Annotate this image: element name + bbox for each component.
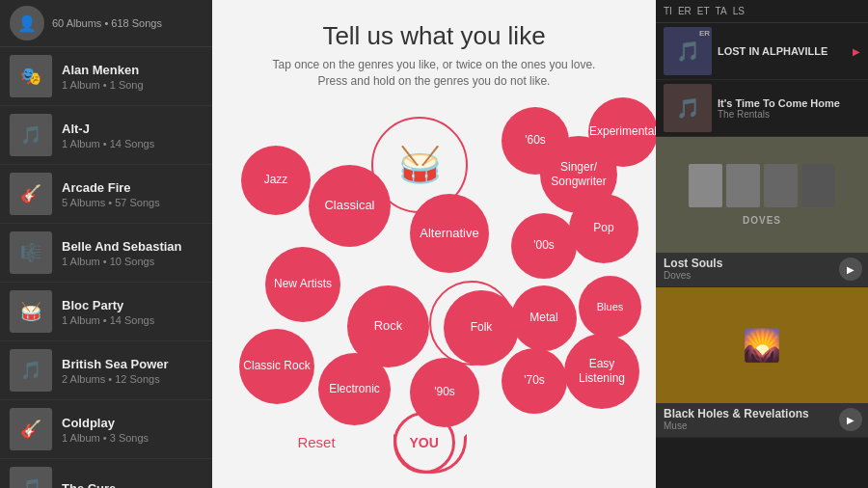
rp-large-info-doves: Lost Souls Doves <box>656 253 868 286</box>
sidebar-item-sub: 1 Album • 1 Song <box>62 79 203 91</box>
rp-item-doves[interactable]: DOVES Lost Souls Doves ▶ <box>656 137 868 287</box>
sidebar-thumb: 🎵 <box>10 349 52 392</box>
reset-button[interactable]: Reset <box>297 434 335 450</box>
modal-subtitle: Tap once on the genres you like, or twic… <box>270 57 598 90</box>
sidebar-thumb: 🎵 <box>10 467 52 488</box>
rp-play-muse[interactable]: ▶ <box>839 408 862 431</box>
avatar: 👤 <box>10 6 44 41</box>
bubble-metal[interactable]: Metal <box>511 285 577 351</box>
rp-sub-rentals: The Rentals <box>718 109 860 120</box>
sidebar-thumb: 🎸 <box>10 408 52 450</box>
bubble-70s[interactable]: '70s <box>502 348 567 414</box>
bubble-classical[interactable]: Classical <box>309 165 391 247</box>
rp-title-rentals: It's Time To Come Home <box>718 97 860 109</box>
rp-title-alphaville: LOST IN ALPHAVILLE <box>718 45 849 57</box>
sidebar-item-name: Arcade Fire <box>62 180 203 195</box>
sidebar-info: Alan Menken 1 Album • 1 Song <box>62 63 203 91</box>
sidebar-info: British Sea Power 2 Albums • 12 Songs <box>62 357 203 385</box>
rp-large-sub-doves: Doves <box>664 270 860 281</box>
bubble-00s[interactable]: '00s <box>511 213 577 279</box>
rp-header-abbr4: TA <box>716 6 727 16</box>
bubble-folk[interactable]: Folk <box>444 290 519 366</box>
rp-item-muse[interactable]: 🌄 Black Holes & Revelations Muse ▶ <box>656 287 868 438</box>
rp-text-alphaville: LOST IN ALPHAVILLE <box>718 45 849 57</box>
bubble-alternative[interactable]: Alternative <box>410 194 489 273</box>
right-panel: TI ER ET TA LS 🎵 ER LOST IN ALPHAVILLE ▶… <box>656 0 868 488</box>
sidebar: 👤 60 Albums • 618 Songs 🎭 Alan Menken 1 … <box>0 0 212 488</box>
sidebar-thumb: 🎭 <box>10 55 52 97</box>
rp-header-abbr2: ER <box>678 6 692 16</box>
bubble-easy-listening[interactable]: Easy Listening <box>564 334 639 409</box>
sidebar-list: 🎭 Alan Menken 1 Album • 1 Song 🎵 Alt-J 1… <box>0 47 212 488</box>
sidebar-item-alan-menken[interactable]: 🎭 Alan Menken 1 Album • 1 Song <box>0 47 212 106</box>
you-circle[interactable]: YOU <box>393 412 455 474</box>
rp-item-rentals[interactable]: 🎵 It's Time To Come Home The Rentals <box>656 80 868 137</box>
sidebar-item-alt-j[interactable]: 🎵 Alt-J 1 Album • 14 Songs <box>0 106 212 165</box>
rp-header-abbr1: TI <box>664 6 672 16</box>
sidebar-item-name: Belle And Sebastian <box>62 239 203 254</box>
genre-modal: Tell us what you like Tap once on the ge… <box>212 0 656 488</box>
bubble-jazz[interactable]: Jazz <box>241 146 311 215</box>
sidebar-item-name: Coldplay <box>62 416 203 430</box>
sidebar-thumb: 🎸 <box>10 173 52 215</box>
bubble-pop[interactable]: Pop <box>569 194 638 263</box>
rp-header: TI ER ET TA LS <box>656 0 868 23</box>
sidebar-thumb: 🎼 <box>10 231 52 274</box>
sidebar-info: Belle And Sebastian 1 Album • 10 Songs <box>62 239 203 267</box>
rp-large-title-doves: Lost Souls <box>664 257 860 270</box>
sidebar-info: Arcade Fire 5 Albums • 57 Songs <box>62 180 203 208</box>
sidebar-item-bloc-party[interactable]: 🥁 Bloc Party 1 Album • 14 Songs <box>0 283 212 341</box>
rp-thumb-muse: 🌄 <box>656 287 868 403</box>
sidebar-item-coldplay[interactable]: 🎸 Coldplay 1 Album • 3 Songs <box>0 400 212 459</box>
you-label: YOU <box>409 435 438 450</box>
rp-large-info-muse: Black Holes & Revelations Muse <box>656 403 868 437</box>
sidebar-thumb: 🥁 <box>10 290 52 333</box>
sidebar-item-name: The Cure <box>62 481 203 489</box>
sidebar-thumb: 🎵 <box>10 114 52 156</box>
sidebar-header-row: 👤 60 Albums • 618 Songs <box>0 0 212 47</box>
rp-header-abbr3: ET <box>697 6 710 16</box>
bubble-electronic[interactable]: Electronic <box>318 353 391 425</box>
rp-thumb-doves: DOVES <box>656 137 868 253</box>
rp-thumb-rentals: 🎵 <box>664 84 712 132</box>
modal-title: Tell us what you like <box>322 21 545 51</box>
rp-thumb-alphaville: 🎵 ER <box>664 27 712 75</box>
sidebar-info: Bloc Party 1 Album • 14 Songs <box>62 298 203 326</box>
bubble-blues[interactable]: Blues <box>579 276 641 339</box>
sidebar-header-text: 60 Albums • 618 Songs <box>52 17 162 29</box>
bubble-new-artists[interactable]: New Artists <box>265 247 340 322</box>
rp-play-doves[interactable]: ▶ <box>839 258 862 281</box>
rp-indicator-alphaville: ▶ <box>853 46 860 57</box>
rp-text-rentals: It's Time To Come Home The Rentals <box>718 97 860 120</box>
rp-large-sub-muse: Muse <box>664 420 860 431</box>
sidebar-item-sub: 1 Album • 10 Songs <box>62 256 203 267</box>
sidebar-item-sub: 1 Album • 14 Songs <box>62 138 203 149</box>
sidebar-info: Coldplay 1 Album • 3 Songs <box>62 416 203 444</box>
rp-item-alphaville[interactable]: 🎵 ER LOST IN ALPHAVILLE ▶ <box>656 23 868 80</box>
sidebar-item-name: Alt-J <box>62 122 203 136</box>
sidebar-item-sub: 1 Album • 14 Songs <box>62 314 203 326</box>
rp-large-title-muse: Black Holes & Revelations <box>664 407 860 420</box>
sidebar-item-sub: 1 Album • 3 Songs <box>62 432 203 444</box>
rp-header-abbr5: LS <box>733 6 745 16</box>
sidebar-item-sub: 2 Albums • 12 Songs <box>62 373 203 385</box>
sidebar-info: The Cure <box>62 481 203 489</box>
bubble-classic-rock[interactable]: Classic Rock <box>239 329 314 404</box>
sidebar-item-sub: 5 Albums • 57 Songs <box>62 197 203 208</box>
sidebar-item-arcade-fire[interactable]: 🎸 Arcade Fire 5 Albums • 57 Songs <box>0 165 212 224</box>
sidebar-item-british-sea-power[interactable]: 🎵 British Sea Power 2 Albums • 12 Songs <box>0 341 212 400</box>
sidebar-item-name: British Sea Power <box>62 357 203 371</box>
sidebar-info: Alt-J 1 Album • 14 Songs <box>62 122 203 149</box>
bubbles-container: 🥁 🎸 '60sJazzClassicalAlternativeSinger/ … <box>222 97 646 406</box>
sidebar-item-name: Alan Menken <box>62 63 203 77</box>
bubble-experimental[interactable]: Experimental <box>588 97 658 167</box>
sidebar-item-name: Bloc Party <box>62 298 203 312</box>
sidebar-item-belle-and-sebastian[interactable]: 🎼 Belle And Sebastian 1 Album • 10 Songs <box>0 224 212 283</box>
modal-bottom: Reset YOU <box>212 412 656 474</box>
sidebar-item-the-cure[interactable]: 🎵 The Cure <box>0 459 212 488</box>
